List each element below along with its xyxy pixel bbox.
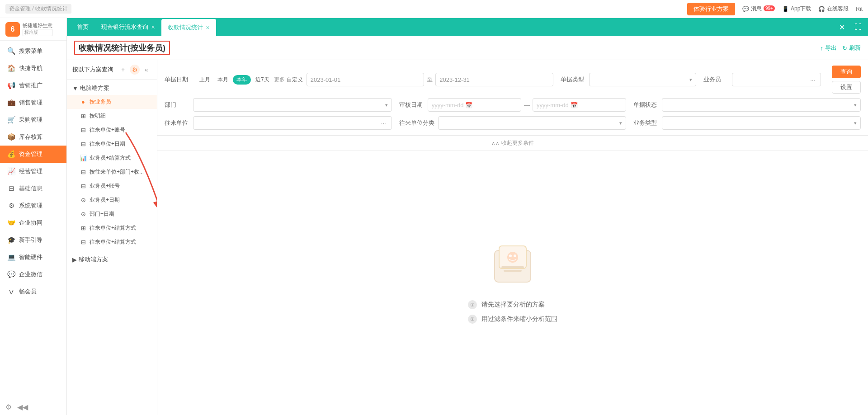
- scheme-item-salesman-account[interactable]: ⊟ 业务员+账号: [67, 179, 157, 193]
- review-to-input[interactable]: yyyy-mm-dd 📅: [533, 98, 626, 112]
- date-to-input[interactable]: 2023-12-31: [435, 73, 553, 86]
- step-num-2: ②: [468, 315, 477, 324]
- settings-button[interactable]: 设置: [832, 81, 861, 94]
- scheme-item-salesman-date-label: 业务员+日期: [90, 196, 120, 204]
- scheme-item-partner-payment1[interactable]: ⊞ 往来单位+结算方式: [67, 221, 157, 235]
- nav-search[interactable]: 🔍 搜索菜单: [0, 42, 66, 60]
- collapse-bar[interactable]: ∧∧ 收起更多条件: [157, 136, 868, 151]
- date-this-year[interactable]: 本年: [233, 75, 251, 85]
- nav-marketing[interactable]: 📢 营销推广: [0, 77, 66, 94]
- nav-shortcuts[interactable]: 🏠 快捷导航: [0, 60, 66, 77]
- nav-finance-label: 资金管理: [19, 150, 42, 158]
- home-icon: 🏠: [7, 64, 15, 72]
- nav-operation[interactable]: 📈 经营管理: [0, 163, 66, 180]
- scheme-add-btn[interactable]: +: [118, 65, 128, 75]
- review-from-input[interactable]: yyyy-mm-dd 📅: [428, 98, 521, 112]
- system-icon: ⚙: [7, 202, 15, 210]
- doc-status-select[interactable]: ▾: [662, 98, 861, 112]
- tab-receipt-stats-close[interactable]: ✕: [206, 25, 210, 31]
- message-btn[interactable]: 💬 消息 99+: [742, 5, 775, 13]
- nav-system[interactable]: ⚙ 系统管理: [0, 197, 66, 214]
- collapse-icon[interactable]: ◀◀: [17, 403, 28, 411]
- scheme-item-detail[interactable]: ⊞ 按明细: [67, 109, 157, 123]
- scheme-item-partner-payment2[interactable]: ⊟ 往来单位+结算方式: [67, 235, 157, 249]
- nav-guide[interactable]: 🎓 新手引导: [0, 231, 66, 249]
- desktop-section-header[interactable]: ▼ 电脑端方案: [67, 81, 157, 95]
- app-download-btn[interactable]: 📱 App下载: [782, 5, 811, 13]
- dept-label: 部门: [165, 101, 189, 109]
- mobile-section-header[interactable]: ▶ 移动端方案: [67, 253, 157, 266]
- scheme-item-salesman-payment[interactable]: 📊 业务员+结算方式: [67, 151, 157, 165]
- marketing-icon: 📢: [7, 81, 15, 90]
- tab-bank-flow-close[interactable]: ✕: [151, 24, 155, 30]
- review-date-range: yyyy-mm-dd 📅 — yyyy-mm-dd 📅: [428, 98, 627, 112]
- doc-status-chevron: ▾: [854, 102, 857, 108]
- partner-more-btn[interactable]: ···: [379, 120, 388, 127]
- partner-select[interactable]: ···: [193, 116, 392, 130]
- nav-wechat[interactable]: 💬 企业微信: [0, 266, 66, 283]
- partner-category-select[interactable]: ▾: [438, 116, 627, 130]
- partner-payment2-icon: ⊟: [80, 239, 87, 245]
- scheme-item-partner-account[interactable]: ⊟ 往来单位+账号: [67, 123, 157, 137]
- nav-hardware[interactable]: 💻 智能硬件: [0, 249, 66, 266]
- main-content: 首页 现金银行流水查询 ✕ 收款情况统计 ✕ ✕ ⛶ 收款情况统计(按业务员) …: [67, 18, 868, 415]
- nav-system-label: 系统管理: [19, 202, 42, 210]
- dept-select[interactable]: ▾: [193, 98, 392, 112]
- scheme-item-partner-date[interactable]: ⊟ 往来单位+日期: [67, 137, 157, 151]
- doc-type-chevron: ▾: [689, 77, 692, 83]
- date-this-month[interactable]: 本月: [215, 75, 231, 85]
- trial-button[interactable]: 体验行业方案: [687, 3, 735, 15]
- online-service-btn[interactable]: 🎧 在线客服: [818, 5, 849, 13]
- refresh-btn[interactable]: ↻ 刷新: [842, 44, 861, 52]
- app-download-label: App下载: [791, 5, 811, 13]
- scheme-item-detail-label: 按明细: [90, 112, 106, 120]
- tab-receipt-stats[interactable]: 收款情况统计 ✕: [161, 19, 216, 36]
- scheme-item-partner-dept[interactable]: ⊟ 按往来单位+部门+收...: [67, 165, 157, 179]
- scheme-item-salesman-account-label: 业务员+账号: [90, 182, 120, 190]
- salesman-select[interactable]: ···: [732, 73, 821, 86]
- scheme-collapse-btn[interactable]: «: [142, 65, 151, 75]
- scheme-item-partner-dept-label: 按往来单位+部门+收...: [90, 168, 144, 176]
- collapse-icon-up: ∧∧: [491, 140, 500, 146]
- query-button[interactable]: 查询: [832, 66, 861, 78]
- service-icon: 🎧: [818, 6, 825, 12]
- user-avatar[interactable]: Rit: [856, 6, 863, 12]
- nav-collab[interactable]: 🤝 企业协同: [0, 214, 66, 231]
- date-more[interactable]: 更多: [274, 76, 285, 84]
- quick-dates: 上月 本月 本年 近7天 更多 自定义: [197, 75, 303, 85]
- tab-fullscreen-btn[interactable]: ⛶: [852, 21, 864, 33]
- step-num-1: ①: [468, 300, 477, 309]
- doc-type-select[interactable]: ▾: [589, 73, 696, 86]
- nav-inventory[interactable]: 📦 库存核算: [0, 128, 66, 146]
- tab-close-all-btn[interactable]: ✕: [835, 21, 848, 33]
- sidebar-bottom: ⚙ ◀◀: [0, 399, 66, 415]
- scheme-item-by-salesman[interactable]: ● 按业务员: [67, 95, 157, 109]
- nav-finance[interactable]: 💰 资金管理: [0, 146, 66, 163]
- nav-purchase[interactable]: 🛒 采购管理: [0, 111, 66, 128]
- filter-row-partner: 往来单位 ··· 往来单位分类 ▾: [165, 116, 861, 130]
- date-custom[interactable]: 自定义: [287, 76, 303, 84]
- salesman-more-icon[interactable]: ···: [808, 76, 817, 83]
- scheme-item-salesman-date[interactable]: ⊙ 业务员+日期: [67, 193, 157, 207]
- scheme-item-dept-date[interactable]: ⊙ 部门+日期: [67, 207, 157, 221]
- date-7days[interactable]: 近7天: [253, 75, 272, 85]
- tab-bank-flow[interactable]: 现金银行流水查询 ✕: [95, 18, 161, 36]
- user-name: Rit: [856, 6, 863, 12]
- review-date-label: 审核日期: [399, 101, 424, 109]
- nav-basic-info[interactable]: ⊟ 基础信息: [0, 180, 66, 197]
- biz-type-select[interactable]: ▾: [662, 116, 861, 130]
- std-badge: 标准版: [23, 29, 52, 36]
- nav-member[interactable]: V 畅会员: [0, 283, 66, 300]
- content-wrapper: 按以下方案查询 + ⚙ « ▼ 电脑端方案 ● 按业务员: [67, 60, 868, 415]
- export-btn[interactable]: ↑ 导出: [821, 44, 837, 52]
- date-from-input[interactable]: 2023-01-01: [307, 73, 425, 86]
- scheme-settings-btn[interactable]: ⚙: [130, 65, 140, 75]
- nav-sales[interactable]: 💼 销售管理: [0, 94, 66, 111]
- settings-bottom-icon[interactable]: ⚙: [5, 403, 12, 411]
- sales-icon: 💼: [7, 99, 15, 107]
- date-range: 2023-01-01 至 2023-12-31: [307, 73, 553, 86]
- tab-home[interactable]: 首页: [71, 18, 95, 36]
- date-last-month[interactable]: 上月: [197, 75, 213, 85]
- message-badge: 99+: [764, 5, 775, 11]
- filter-row-dept: 部门 ▾ 审核日期 yyyy-mm-dd 📅: [165, 98, 861, 112]
